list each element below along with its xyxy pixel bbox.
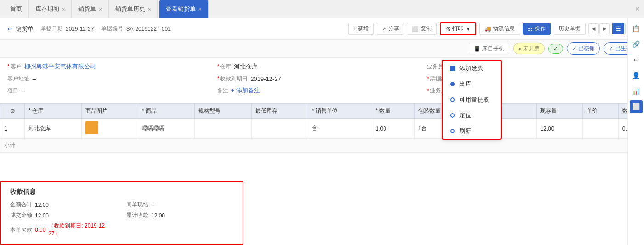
sidebar-icon-1[interactable]: 📋 bbox=[630, 22, 643, 35]
dropdown-refresh[interactable]: 刷新 bbox=[443, 123, 501, 139]
th-price: 单价 bbox=[583, 104, 619, 119]
check-button[interactable]: ✓ bbox=[548, 44, 563, 54]
print-dropdown-icon: ▼ bbox=[465, 26, 471, 32]
th-current: 现存量 bbox=[537, 104, 583, 119]
prev-button[interactable]: ◀ bbox=[588, 23, 599, 34]
print-button[interactable]: 🖨 打印 ▼ bbox=[440, 22, 476, 35]
circle-filled-icon bbox=[450, 82, 455, 86]
refresh-icon bbox=[449, 128, 456, 134]
payment-info-box: 收款信息 金额合计 12.00 同单现结 -- 成交金额 12.00 累计收款 … bbox=[0, 181, 243, 245]
td-min-stock bbox=[251, 119, 308, 139]
outbound-icon bbox=[449, 81, 456, 87]
dropdown-add-invoice[interactable]: 添加发票 bbox=[443, 61, 501, 76]
payment-deal-label: 成交金额 bbox=[10, 211, 32, 219]
payment-deal-value: 12.00 bbox=[35, 212, 49, 219]
list-view-button[interactable]: ☰ bbox=[612, 23, 624, 34]
available-qty-icon bbox=[449, 97, 456, 103]
logistics-icon: 🚚 bbox=[484, 26, 491, 32]
payment-date-label: 收款到期日 bbox=[217, 75, 248, 83]
sidebar-icon-3[interactable]: ↩ bbox=[630, 53, 643, 66]
form-area: 客户 柳州粤港平安气体有限公司 仓库 河北仓库 业务员 演示账号 客户地址 --… bbox=[0, 58, 644, 103]
sidebar-icon-6[interactable]: ⬜ bbox=[630, 100, 643, 113]
copy-button[interactable]: ⬜ 复制 bbox=[407, 23, 437, 35]
payment-same-order-row: 同单现结 -- bbox=[126, 201, 233, 209]
tab-view-sales-label: 查看销货单 bbox=[166, 5, 196, 13]
not-open-label: 未开票 bbox=[523, 45, 540, 52]
print-icon: 🖨 bbox=[445, 26, 451, 32]
from-phone-button[interactable]: 📱 来自手机 bbox=[469, 43, 509, 54]
tab-sales[interactable]: 销货单 × bbox=[72, 0, 108, 18]
sidebar-icon-2[interactable]: 🔗 bbox=[630, 38, 643, 51]
operations-label: 操作 bbox=[535, 25, 546, 33]
dropdown-locate[interactable]: 定位 bbox=[443, 108, 501, 123]
tab-home-label: 首页 bbox=[10, 5, 22, 13]
tab-inventory[interactable]: 库存期初 × bbox=[29, 0, 72, 18]
tab-view-sales-close[interactable]: × bbox=[198, 6, 201, 12]
items-table: ⚙ * 仓库 商品图片 * 商品 规格型号 最低库存 * 销售单位 * 数量 包… bbox=[0, 103, 644, 153]
payment-cumulative-label: 累计收款 bbox=[126, 211, 148, 219]
th-settings[interactable]: ⚙ bbox=[0, 104, 25, 119]
tab-home[interactable]: 首页 bbox=[4, 0, 29, 18]
doc-title-icon: ↩ bbox=[7, 25, 13, 33]
close-window-button[interactable]: × bbox=[635, 5, 639, 13]
new-button[interactable]: + 新增 bbox=[348, 23, 374, 35]
form-row-2: 客户地址 -- 收款到期日 2019-12-27 票据类型 不开票 bbox=[7, 74, 637, 83]
operations-button[interactable]: ⚏ 操作 bbox=[523, 23, 551, 35]
sidebar-icon-5[interactable]: 📊 bbox=[630, 85, 643, 97]
td-spec bbox=[195, 119, 251, 139]
add-invoice-icon bbox=[449, 65, 456, 72]
warehouse-label: 仓库 bbox=[217, 63, 232, 71]
tab-sales-close[interactable]: × bbox=[99, 6, 102, 12]
tab-sales-history-close[interactable]: × bbox=[148, 6, 151, 12]
tab-bar: 首页 库存期初 × 销货单 × 销货单历史 × 查看销货单 × × bbox=[0, 0, 644, 18]
main-content: ↩ 销货单 单据日期 2019-12-27 单据编号 SA-20191227-0… bbox=[0, 18, 644, 245]
payment-this-order-label: 本单欠款 bbox=[10, 226, 32, 234]
staff-label: 业务员 bbox=[427, 63, 443, 71]
right-sidebar: 📋 🔗 ↩ 👤 📊 ⬜ bbox=[627, 18, 644, 245]
payment-title: 收款信息 bbox=[10, 188, 233, 196]
phone-icon: 📱 bbox=[474, 46, 480, 52]
th-image: 商品图片 bbox=[81, 104, 138, 119]
doc-title-text: 销货单 bbox=[16, 25, 34, 33]
customer-value[interactable]: 柳州粤港平安气体有限公司 bbox=[24, 63, 96, 71]
dropdown-available-qty[interactable]: 可用量提取 bbox=[443, 92, 501, 108]
doc-date-value: 2019-12-27 bbox=[66, 26, 94, 32]
td-price bbox=[583, 119, 619, 139]
add-note-button[interactable]: + 添加备注 bbox=[231, 86, 260, 95]
ticket-icon: ● bbox=[518, 46, 521, 52]
doc-date-label: 单据日期 bbox=[41, 25, 63, 33]
address-value: -- bbox=[32, 75, 36, 82]
address-field: 客户地址 -- bbox=[7, 75, 217, 83]
payment-date-field: 收款到期日 2019-12-27 bbox=[217, 75, 427, 83]
payment-grid: 金额合计 12.00 同单现结 -- 成交金额 12.00 累计收款 12.00… bbox=[10, 201, 233, 238]
share-button[interactable]: ↗ 分享 bbox=[377, 23, 404, 35]
status-cancel-button[interactable]: ✓ 已核销 bbox=[567, 42, 600, 55]
refresh-label: 刷新 bbox=[459, 127, 471, 135]
payment-same-order-value: -- bbox=[151, 202, 155, 208]
th-warehouse: * 仓库 bbox=[25, 104, 81, 119]
warehouse-value: 河北仓库 bbox=[234, 63, 258, 71]
copy-icon: ⬜ bbox=[412, 26, 419, 32]
available-qty-label: 可用量提取 bbox=[459, 96, 489, 104]
th-qty: * 数量 bbox=[372, 104, 414, 119]
share-icon: ↗ bbox=[382, 26, 386, 32]
subtotal-label: 小计 bbox=[0, 139, 644, 153]
subtotal-row: 小计 bbox=[0, 139, 644, 153]
not-open-button[interactable]: ● 未开票 bbox=[513, 43, 545, 54]
history-button[interactable]: 历史单据 bbox=[554, 23, 586, 35]
tab-sales-history[interactable]: 销货单历史 × bbox=[109, 0, 158, 18]
tab-view-sales[interactable]: 查看销货单 × bbox=[159, 0, 208, 18]
th-product: * 商品 bbox=[138, 104, 194, 119]
dropdown-outbound[interactable]: 出库 bbox=[443, 76, 501, 92]
circle-icon-3 bbox=[450, 129, 455, 133]
td-qty: 1.00 bbox=[372, 119, 414, 139]
table-header-row: ⚙ * 仓库 商品图片 * 商品 规格型号 最低库存 * 销售单位 * 数量 包… bbox=[0, 104, 644, 119]
tab-inventory-close[interactable]: × bbox=[62, 6, 65, 12]
payment-total-value: 12.00 bbox=[35, 202, 49, 208]
logistics-button[interactable]: 🚚 物流信息 bbox=[479, 23, 520, 35]
from-phone-label: 来自手机 bbox=[482, 45, 504, 52]
doc-date-field: 单据日期 2019-12-27 bbox=[41, 25, 94, 33]
sidebar-icon-4[interactable]: 👤 bbox=[630, 69, 643, 82]
locate-icon bbox=[449, 112, 456, 119]
next-button[interactable]: ▶ bbox=[599, 23, 610, 34]
